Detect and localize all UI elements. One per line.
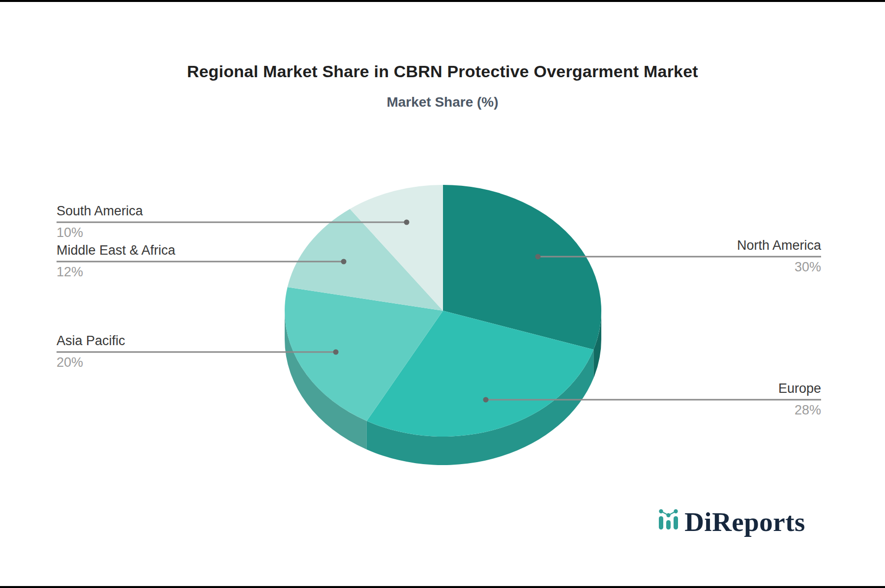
slice-label-north-america: North America [737, 237, 821, 254]
direports-logo: DiReports [658, 507, 805, 535]
slice-value-south-america: 10% [57, 224, 83, 241]
logo-text: DiReports [684, 508, 805, 535]
callout-dot-south-america [404, 220, 410, 225]
callout-dot-europe [483, 397, 489, 403]
slice-value-asia-pacific: 20% [57, 354, 83, 371]
slice-value-europe: 28% [795, 402, 821, 418]
callout-dot-asia-pacific [333, 350, 339, 355]
slice-value-middle-east-africa: 12% [57, 264, 83, 280]
slice-value-north-america: 30% [795, 259, 821, 275]
slice-label-europe: Europe [778, 380, 821, 397]
slice-label-middle-east-africa: Middle East & Africa [57, 242, 176, 259]
callout-dot-middle-east-africa [341, 259, 347, 265]
slice-label-asia-pacific: Asia Pacific [57, 332, 125, 349]
slice-label-south-america: South America [57, 203, 143, 219]
pie-chart [0, 0, 885, 588]
callout-dot-north-america [535, 254, 541, 260]
bar-chart-trend-icon [658, 507, 679, 531]
chart-canvas: Regional Market Share in CBRN Protective… [0, 0, 885, 588]
